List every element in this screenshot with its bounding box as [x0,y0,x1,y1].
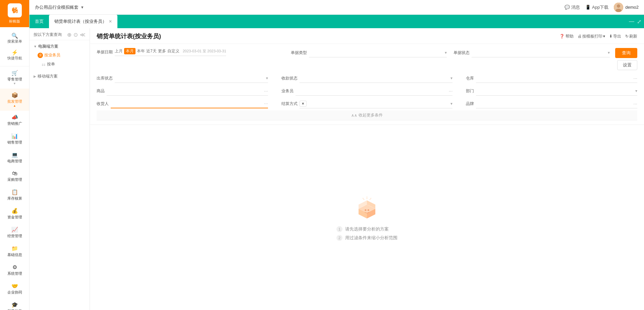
left-panel-title: 按以下方案查询 [34,32,62,38]
tab-minimize-icon[interactable]: — [629,18,634,24]
scheme-group-mobile-header[interactable]: ▶ 移动端方案 [30,72,90,81]
sidebar-logo: 畅 标账版 [0,0,29,27]
collapse-panel-icon[interactable]: ≪ [80,32,86,38]
sidebar-item-retail[interactable]: 🛒 零售管理 ▼ [0,66,29,89]
page-title: 销货单统计表(按业务员) [97,32,161,40]
help-button[interactable]: ❓ 帮助 [559,34,574,39]
sidebar: 畅 标账版 🔍 搜索菜单 ⚡ 快捷导航 🛒 零售管理 ▼ [0,0,30,310]
warehouse-label: 仓库 [466,75,474,81]
sidebar-item-wholesale[interactable]: 📦 批发管理 ▲ [0,89,29,111]
chevron-down-icon: ▼ [34,45,37,48]
doc-status-label: 单据状态 [453,50,470,56]
app-download-button[interactable]: 📱 App下载 [585,4,608,10]
topbar-left: 办公用品行业模拟账套 ▾ [35,4,84,10]
print-icon: 🖨 [578,34,582,39]
user-profile[interactable]: demo2 [614,3,639,12]
main-area: 办公用品行业模拟账套 ▾ 💬 消息 📱 App下载 [30,0,644,310]
tab-close-icon[interactable]: ✕ [109,19,112,24]
settlement-label: 结算方式 [281,101,298,107]
sidebar-item-ecommerce[interactable]: 💻 电商管理 [0,148,29,167]
add-scheme-button[interactable]: ⊕ [67,32,71,38]
sidebar-item-system[interactable]: ⚙ 系统管理 [0,261,29,279]
collapse-bar[interactable]: ∧∧ 收起更多条件 [97,110,637,120]
consignee-label: 收货人 [97,101,109,107]
tab-actions: — ⤢ [629,18,644,25]
logo-icon: 畅 [8,3,22,17]
consignee-input[interactable]: ··· [111,99,268,108]
logo-text: 标账版 [9,19,20,24]
chevron-right-icon: ▶ [34,74,36,78]
department-label: 部门 [466,88,474,94]
date-tab-lastmonth[interactable]: 上月 [115,48,123,54]
help-icon: ❓ [559,34,565,39]
topbar: 办公用品行业模拟账套 ▾ 💬 消息 📱 App下载 [30,0,644,15]
scheme-group-mobile: ▶ 移动端方案 [30,71,90,82]
brand-input[interactable]: ··· [476,99,637,108]
sidebar-menu-section: 🛒 零售管理 ▼ 📦 批发管理 ▲ 📣 营销推广 📊 销售管理 [0,66,29,310]
refresh-button[interactable]: ↻ 刷新 [625,34,637,39]
scheme-group-desktop-header[interactable]: ▼ 电脑端方案 [30,42,90,51]
date-tab-thisyear[interactable]: 本年 [137,48,145,54]
payment-select[interactable]: ▾ [300,73,453,83]
payment-label: 收款状态 [281,75,298,81]
scheme-settings-icon[interactable]: ⊙ [73,32,78,38]
empty-icon [350,194,384,221]
salesperson-input[interactable]: ··· [296,86,453,96]
department-select[interactable]: ▾ [476,86,637,96]
topbar-right: 💬 消息 📱 App下载 demo2 [565,3,639,12]
doc-type-select[interactable]: ▾ [309,48,447,57]
export-button[interactable]: ⬇ 导出 [609,34,621,39]
date-tab-thismonth[interactable]: 本月 [124,48,136,54]
svg-point-9 [368,209,369,211]
print-dropdown-icon[interactable]: ▾ [603,34,605,39]
date-tab-more[interactable]: 更多 [158,48,166,54]
sidebar-item-operations[interactable]: 📈 经营管理 [0,223,29,242]
sidebar-search-section: 🔍 搜索菜单 ⚡ 快捷导航 [0,27,29,66]
topbar-dropdown-icon[interactable]: ▾ [81,5,84,10]
sidebar-item-inventory[interactable]: 📋 库存核算 [0,186,29,204]
sidebar-item-purchase[interactable]: 🛍 采购管理 [0,167,29,186]
settlement-select[interactable]: × ▾ [300,99,453,108]
sidebar-item-basicinfo[interactable]: 📁 基础信息 [0,242,29,261]
sidebar-item-guide[interactable]: 🎓 新手引导 [0,298,29,310]
messages-button[interactable]: 💬 消息 [565,4,580,10]
doc-status-select[interactable]: ▾ [472,48,610,57]
sidebar-item-marketing[interactable]: 📣 营销推广 [0,111,29,130]
date-tab-custom[interactable]: 自定义 [167,48,179,54]
left-panel-header: 按以下方案查询 ⊕ ⊙ ≪ [30,28,90,40]
date-tab-7days[interactable]: 近7天 [146,48,157,54]
svg-line-12 [370,198,371,200]
goods-input[interactable]: ··· [107,86,268,96]
svg-point-1 [617,4,620,8]
collapse-button[interactable]: ∧∧ 收起更多条件 [351,112,383,118]
scheme-group-desktop: ▼ 电脑端方案 业 按业务员 ⚏ 按单 [30,40,90,71]
tabbar: 首页 销货单统计表（按业务员） ✕ — ⤢ [30,15,644,28]
tab-sales-stats[interactable]: 销货单统计表（按业务员） ✕ [49,15,117,28]
tab-home[interactable]: 首页 [30,15,49,28]
collapse-up-icon: ∧∧ [351,113,357,118]
page-header-actions: ❓ 帮助 🖨 按模板打印 ▾ ⬇ 导出 [559,34,637,39]
sidebar-item-quicknav[interactable]: ⚡ 快捷导航 [0,47,29,63]
left-panel-actions: ⊕ ⊙ ≪ [67,32,86,38]
left-panel: 按以下方案查询 ⊕ ⊙ ≪ ▼ 电脑端方案 业 [30,28,90,310]
svg-point-8 [365,209,366,211]
order-icon: ⚏ [42,62,46,67]
settlement-tag: × [300,101,307,107]
sidebar-item-search[interactable]: 🔍 搜索菜单 [0,30,29,47]
settings-button[interactable]: 设置 [617,60,637,70]
scheme-item-by-salesperson[interactable]: 业 按业务员 [30,51,90,60]
scheme-item-by-order[interactable]: ⚏ 按单 [30,60,90,69]
sidebar-item-corp-collab[interactable]: 🤝 企业协同 [0,279,29,298]
sidebar-item-finance[interactable]: 💰 资金管理 [0,204,29,223]
svg-line-11 [363,198,364,200]
query-button[interactable]: 查询 [615,48,637,58]
tab-maximize-icon[interactable]: ⤢ [637,18,641,25]
empty-tips: 1 请先选择要分析的方案 2 用过滤条件来缩小分析范围 [336,226,397,241]
topbar-title: 办公用品行业模拟账套 [35,4,78,10]
scheme-active-icon: 业 [38,53,43,58]
warehouse-input[interactable]: ··· [476,73,637,83]
delivery-select[interactable]: ▾ [115,73,268,83]
sidebar-item-sales[interactable]: 📊 销售管理 [0,130,29,148]
print-button[interactable]: 🖨 按模板打印 ▾ [578,34,605,39]
date-label: 单据日期 [97,49,113,55]
